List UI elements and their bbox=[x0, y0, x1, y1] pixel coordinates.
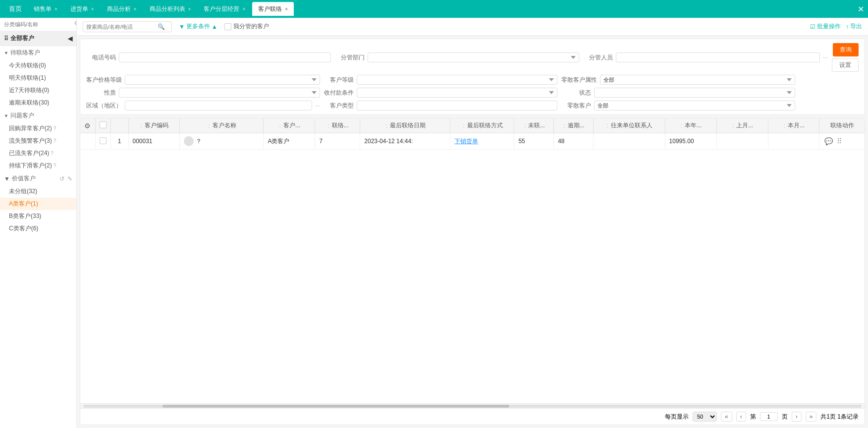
retail-attr-select[interactable]: 全部 bbox=[600, 75, 795, 85]
th-gear: ⚙ bbox=[80, 118, 95, 133]
sidebar-collapse-icon[interactable]: ◀ bbox=[68, 35, 72, 42]
prev-page-button[interactable]: ‹ bbox=[736, 412, 746, 422]
th-action-label: 联络动作 bbox=[830, 122, 854, 129]
customer-type-input[interactable] bbox=[357, 101, 558, 110]
nav-tab-purchase[interactable]: 进货单 × bbox=[64, 2, 100, 16]
row-gear bbox=[80, 133, 95, 150]
th-overdue-label: 逾期... bbox=[568, 121, 585, 130]
table-settings-icon[interactable]: ⚙ bbox=[84, 122, 91, 130]
export-button[interactable]: ↑ 导出 bbox=[846, 22, 862, 31]
lost-warning-help-icon[interactable]: ? bbox=[54, 138, 56, 144]
price-grade-select[interactable] bbox=[125, 75, 320, 85]
customer-grade-select[interactable] bbox=[357, 75, 558, 85]
declining-help-icon[interactable]: ? bbox=[54, 163, 56, 168]
close-all-tabs-button[interactable]: ✕ bbox=[858, 4, 864, 14]
main-search-wrap: 🔍 bbox=[83, 21, 172, 32]
nav-tab-customer-contact[interactable]: 客户联络 × bbox=[252, 2, 294, 16]
nav-tab-customer-tier[interactable]: 客户分层经营 × bbox=[198, 2, 251, 16]
row-chat-icon[interactable]: 💬 bbox=[824, 137, 833, 145]
filter-customer-type: 客户类型 bbox=[324, 101, 558, 110]
payment-label: 收付款条件 bbox=[324, 89, 354, 97]
sidebar-item-overdue[interactable]: 逾期未联络(30) bbox=[0, 97, 76, 109]
row-checkbox[interactable] bbox=[100, 137, 107, 144]
next-page-button[interactable]: › bbox=[792, 412, 802, 422]
row-method-link[interactable]: 下销货单 bbox=[454, 138, 478, 145]
sidebar-item-7days[interactable]: 近7天待联络(0) bbox=[0, 84, 76, 97]
sidebar-item-tomorrow[interactable]: 明天待联络(1) bbox=[0, 72, 76, 84]
bottom-scrollbar[interactable] bbox=[80, 403, 865, 408]
row-date: 2023-04-12 14:44: bbox=[360, 133, 450, 150]
my-customers-checkbox[interactable] bbox=[224, 23, 231, 30]
person-dots[interactable]: ··· bbox=[823, 54, 828, 61]
filter-row-1: 电话号码 分管部门 分管人员 ··· 查询 设置 bbox=[86, 43, 859, 72]
region-dots[interactable]: ··· bbox=[315, 102, 320, 109]
scrollbar-thumb[interactable] bbox=[163, 405, 509, 408]
sidebar-item-declining[interactable]: 持续下滑客户(2) ? bbox=[0, 160, 76, 172]
filter-dept: 分管部门 bbox=[335, 53, 580, 62]
sidebar-item-lost[interactable]: 已流失客户(24) ? bbox=[0, 147, 76, 160]
row-thismonth bbox=[768, 133, 819, 150]
phone-input[interactable] bbox=[119, 53, 331, 62]
nav-tab-analysis-list-close[interactable]: × bbox=[188, 6, 191, 12]
nav-tab-analysis-label: 商品分析 bbox=[107, 5, 131, 13]
lost-help-icon[interactable]: ? bbox=[51, 151, 54, 156]
sidebar-search-input[interactable] bbox=[4, 21, 72, 27]
page-label: 第 bbox=[750, 413, 756, 421]
first-page-button[interactable]: « bbox=[721, 412, 732, 422]
filter-row-4: 区域（地区） ··· 客户类型 零散客户 全部 bbox=[86, 101, 859, 110]
status-select[interactable] bbox=[594, 88, 795, 98]
dept-label: 分管部门 bbox=[335, 54, 365, 62]
row-date-value: 2023-04-12 14:44: bbox=[364, 138, 413, 145]
sidebar-item-class-a-label: A类客户(1) bbox=[9, 200, 38, 208]
last-page-button[interactable]: » bbox=[806, 412, 817, 422]
sidebar-item-class-b[interactable]: B类客户(33) bbox=[0, 210, 76, 222]
sidebar-item-class-a[interactable]: A类客户(1) bbox=[0, 198, 76, 210]
nav-tab-analysis-list[interactable]: 商品分析列表 × bbox=[144, 2, 197, 16]
data-table: ⚙ :客户编码 :客户名称 :客户... bbox=[80, 118, 865, 150]
sidebar-item-lost-warning[interactable]: 流失预警客户(3) ? bbox=[0, 135, 76, 147]
nav-tab-analysis-close[interactable]: × bbox=[134, 6, 137, 12]
nav-tab-customer-tier-close[interactable]: × bbox=[242, 6, 245, 12]
row-qr-icon[interactable]: ⠿ bbox=[837, 137, 842, 145]
more-filters-button[interactable]: ▼ 更多条件 ▲ bbox=[176, 21, 220, 32]
sidebar-problem-group[interactable]: ▼ 问题客户 bbox=[0, 109, 76, 122]
th-num bbox=[110, 118, 128, 133]
page-size-select[interactable]: 10 20 50 100 bbox=[693, 412, 717, 422]
sidebar-item-class-c[interactable]: C类客户(6) bbox=[0, 222, 76, 235]
main-search-input[interactable] bbox=[86, 24, 156, 30]
row-contact: 7 bbox=[315, 133, 360, 150]
filter-arrow-icon: ▲ bbox=[212, 23, 217, 30]
dept-select[interactable] bbox=[368, 53, 580, 62]
retail-select[interactable]: 全部 bbox=[594, 101, 795, 110]
nav-tab-analysis[interactable]: 商品分析 × bbox=[101, 2, 143, 16]
repurchase-help-icon[interactable]: ? bbox=[54, 126, 56, 131]
settings-button[interactable]: 设置 bbox=[832, 58, 859, 72]
sidebar-item-today[interactable]: 今天待联络(0) bbox=[0, 59, 76, 72]
sidebar-item-ungrouped[interactable]: 未分组(32) bbox=[0, 185, 76, 198]
sidebar-all-customers[interactable]: ⠿ 全部客户 ◀ bbox=[0, 31, 76, 46]
query-button[interactable]: 查询 bbox=[833, 43, 859, 56]
value-edit-icon[interactable]: ✎ bbox=[67, 175, 72, 182]
region-input[interactable] bbox=[125, 101, 312, 110]
sidebar-pending-group[interactable]: ▼ 待联络客户 bbox=[0, 46, 76, 59]
my-customers-checkbox-wrap[interactable]: 我分管的客户 bbox=[224, 22, 269, 31]
page-number-input[interactable] bbox=[760, 412, 778, 421]
gender-select[interactable] bbox=[119, 88, 320, 98]
row-overdue-value: 48 bbox=[558, 138, 564, 145]
nav-tab-sales[interactable]: 销售单 × bbox=[28, 2, 63, 16]
nav-tab-purchase-close[interactable]: × bbox=[91, 6, 94, 12]
sidebar-item-repurchase[interactable]: 回购异常客户(2) ? bbox=[0, 122, 76, 135]
export-icon: ↑ bbox=[846, 23, 849, 30]
table-check-all[interactable] bbox=[100, 121, 107, 128]
main-search-icon[interactable]: 🔍 bbox=[158, 23, 165, 30]
payment-select[interactable] bbox=[357, 88, 558, 98]
nav-tab-sales-close[interactable]: × bbox=[54, 6, 57, 12]
row-thisyear: 10995.00 bbox=[665, 133, 716, 150]
nav-home[interactable]: 首页 bbox=[4, 4, 27, 13]
batch-op-button[interactable]: ☑ 批量操作 bbox=[810, 22, 841, 31]
th-name-label: 客户名称 bbox=[213, 121, 236, 130]
value-refresh-icon[interactable]: ↺ bbox=[59, 175, 64, 182]
nav-tab-customer-contact-close[interactable]: × bbox=[285, 6, 288, 12]
person-input[interactable] bbox=[616, 53, 820, 62]
problem-group-label: 问题客户 bbox=[10, 111, 34, 120]
